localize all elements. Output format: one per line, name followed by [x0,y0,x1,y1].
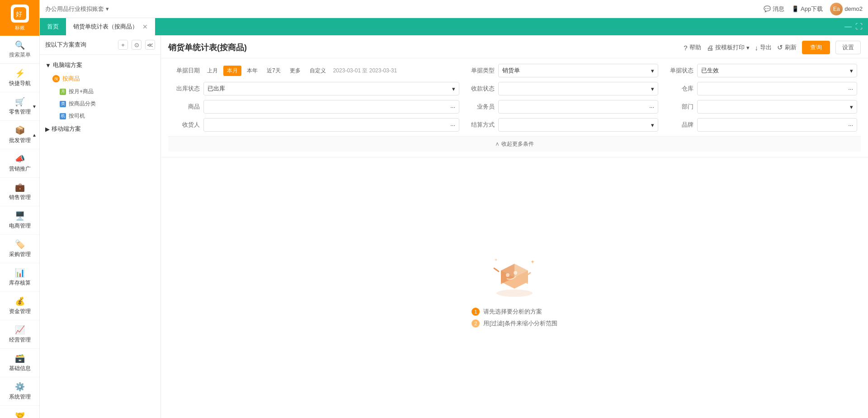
filter-brand-col: 品牌 ··· [662,118,861,132]
filter-receipt-status-col: 收款状态 ▾ [463,82,662,95]
sidebar-item-system[interactable]: ⚙️ 系统管理 [0,377,39,406]
warehouse-select[interactable]: ··· [697,82,857,95]
industry-selector[interactable]: 办公用品行业模拟账套 ▾ [45,5,109,13]
filter-warehouse-col: 仓库 ··· [662,82,861,95]
tree-parent-mobile[interactable]: ▶ 移动端方案 [40,122,160,136]
tree-child-by-product[interactable]: 按 按商品 [40,72,160,86]
tab-home[interactable]: 首页 [40,18,66,35]
filter-department-col: 部门 ▾ [662,100,861,114]
product-select[interactable]: ··· [203,100,459,114]
out-status-select[interactable]: 已出库 ▾ [203,82,459,95]
add-scheme-button[interactable]: + [118,40,128,50]
export-button[interactable]: ↓ 导出 [755,43,772,52]
tree-parent-pc[interactable]: ▼ 电脑端方案 [40,58,160,72]
sidebar-item-basics[interactable]: 🗃️ 基础信息 [0,349,39,377]
print-icon: 🖨 [707,44,713,52]
nav-icon-wholesale: 📦 [15,125,25,135]
filter-settlement-col: 结算方式 ▾ [463,118,662,132]
app-download-button[interactable]: 📱 App下载 [792,5,823,13]
tree-sub-label: 按司机 [69,112,85,120]
sidebar-item-inventory[interactable]: 📊 库存核算 [0,263,39,292]
avatar: Ea [830,3,843,15]
sidebar-item-retail[interactable]: 🛒 零售管理 ▼ [0,92,39,121]
collapse-panel-button[interactable]: ≪ [145,40,155,50]
sidebar-item-sales[interactable]: 💼 销售管理 [0,178,39,206]
date-tab-this-month[interactable]: 本月 [223,66,241,76]
nav-icon-quick: ⚡ [15,68,25,78]
sidebar-item-wholesale[interactable]: 📦 批发管理 ▲ [0,121,39,149]
empty-illustration: ✦ ✦ [487,248,542,302]
collapse-filter-bar[interactable]: ∧ 收起更多条件 [168,136,861,152]
tree-parent-label: 移动端方案 [52,125,81,133]
refresh-icon: ↺ [777,43,783,52]
brand-select[interactable]: ··· [697,118,857,132]
filter-salesperson-col: 业务员 ··· [463,100,662,114]
tab-minimize-icon[interactable]: — [844,23,852,31]
sidebar-search[interactable]: 🔍 搜索菜单 [0,36,39,64]
tab-maximize-icon[interactable]: ⛶ [855,23,863,31]
tab-sales-report-label: 销货单统计表（按商品） [73,23,138,31]
query-button[interactable]: 查询 [802,41,830,54]
sidebar-item-label: 系统管理 [9,393,31,401]
doc-type-select[interactable]: 销货单 ▾ [498,64,658,77]
sidebar-item-quick-nav[interactable]: ⚡ 快捷导航 [0,64,39,92]
tab-close-icon[interactable]: ✕ [142,23,148,30]
svg-line-5 [494,268,499,271]
out-status-dropdown-icon: ▾ [452,86,455,92]
print-dropdown-icon: ▾ [746,44,750,51]
settings-button[interactable]: 设置 [835,41,861,54]
sidebar-item-purchase[interactable]: 🏷️ 采购管理 [0,235,39,263]
help-icon: ? [684,44,687,52]
left-panel-header: 按以下方案查询 + ⊙ ≪ [40,35,160,55]
sidebar-item-label: 经营管理 [9,336,31,344]
tip-text-1: 请先选择要分析的方案 [483,308,542,316]
sidebar-item-operations[interactable]: 📈 经营管理 [0,320,39,349]
nav-icon-enterprise: 🤝 [15,410,25,418]
sidebar-item-finance[interactable]: 💰 资金管理 [0,292,39,320]
sidebar-item-enterprise[interactable]: 🤝 企业协同 [0,406,39,418]
topbar: 办公用品行业模拟账套 ▾ 💬 消息 📱 App下载 Ea demo2 [40,0,868,18]
sidebar-item-label: 采购管理 [9,251,31,258]
salesperson-dots: ··· [649,104,654,110]
settlement-select[interactable]: ▾ [498,118,658,132]
receipt-status-dropdown-icon: ▾ [651,86,654,92]
sidebar-item-label: 资金管理 [9,308,31,315]
filter-receiver-col: 收货人 ··· [168,118,463,132]
settings-scheme-button[interactable]: ⊙ [132,40,142,50]
salesperson-select[interactable]: ··· [498,100,658,114]
help-button[interactable]: ? 帮助 [684,43,701,52]
date-tab-this-year[interactable]: 本年 [243,66,261,76]
sidebar-item-ecommerce[interactable]: 🖥️ 电商管理 [0,206,39,235]
tree-sub-by-driver[interactable]: 机 按司机 [40,110,160,122]
receiver-select[interactable]: ··· [203,118,459,132]
tree-sub-icon-month: 月 [60,89,66,95]
message-icon: 💬 [764,5,771,12]
message-button[interactable]: 💬 消息 [764,5,784,13]
department-select[interactable]: ▾ [697,100,857,114]
department-dropdown-icon: ▾ [850,104,853,110]
tree-parent-label: 电脑端方案 [53,61,82,69]
settlement-label: 结算方式 [467,121,498,129]
doc-status-select[interactable]: 已生效 ▾ [697,64,857,77]
date-tab-last-month[interactable]: 上月 [203,66,222,76]
tree-expand-icon: ▶ [45,126,50,133]
date-tab-custom[interactable]: 自定义 [306,66,330,76]
tree-sub-by-category[interactable]: 类 按商品分类 [40,98,160,110]
receipt-status-select[interactable]: ▾ [498,82,658,95]
date-tab-more[interactable]: 更多 [286,66,304,76]
tab-sales-report[interactable]: 销货单统计表（按商品） ✕ [66,18,155,35]
svg-text:好: 好 [16,10,22,18]
tree-sub-icon-category: 类 [60,101,66,107]
sidebar-item-marketing[interactable]: 📣 营销推广 [0,149,39,178]
tree-sub-by-month-product[interactable]: 月 按月+商品 [40,86,160,98]
date-tab-7days[interactable]: 近7天 [263,66,284,76]
refresh-button[interactable]: ↺ 刷新 [777,43,797,52]
sidebar-item-label: 营销推广 [9,165,31,173]
template-print-button[interactable]: 🖨 按模板打印 ▾ [707,43,750,52]
user-menu[interactable]: Ea demo2 [830,3,863,15]
nav-icon-operations: 📈 [15,325,25,335]
page-title: 销货单统计表(按商品) [168,42,247,53]
sidebar-search-label: 搜索菜单 [9,51,31,59]
app-download-label: App下载 [801,5,823,13]
nav-arrow-wholesale: ▲ [32,133,37,138]
